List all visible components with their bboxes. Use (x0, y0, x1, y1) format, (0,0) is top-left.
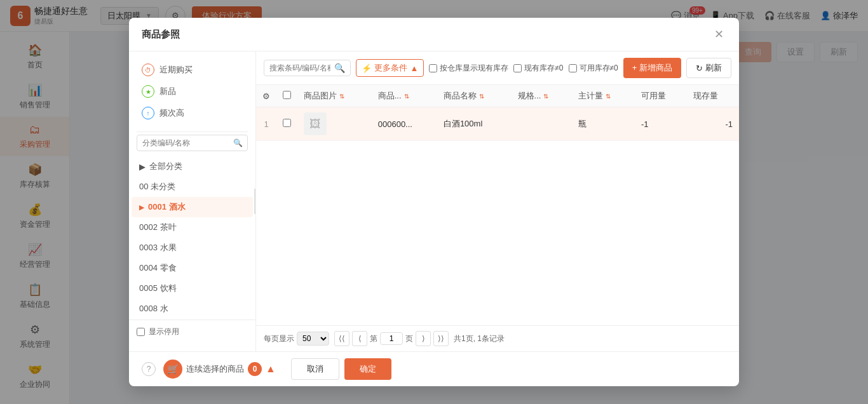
refresh-icon: ↻ (696, 64, 703, 73)
th-name: 商品名称 ⇅ (437, 85, 512, 107)
chevron-up-btn[interactable]: ▲ (266, 363, 276, 375)
modal-left-panel: ⏱ 近期购买 ★ 新品 ↑ 频次高 🔍 (129, 51, 256, 351)
new-icon: ★ (142, 85, 154, 98)
cat-6[interactable]: 0008 水 (132, 299, 253, 319)
th-spec: 规格... ⇅ (512, 85, 573, 107)
product-reference-modal: 商品参照 ✕ ⏱ 近期购买 ★ 新品 ↑ 频次高 (129, 18, 739, 386)
row-checkbox[interactable] (283, 119, 291, 127)
cell-image: 🖼 (297, 107, 372, 141)
sort-icon-3: ⇅ (479, 93, 484, 100)
th-image-label: 商品图片 (304, 90, 337, 102)
cat-1[interactable]: ▶ 0001 酒水 (132, 197, 253, 217)
th-code-label: 商品... (378, 90, 402, 102)
th-code: 商品... ⇅ (372, 85, 437, 107)
th-current: 现存量 (687, 85, 739, 107)
product-table-wrap: ⚙ 商品图片 ⇅ (256, 85, 739, 325)
cart-label: 连续选择的商品 (186, 363, 244, 375)
available-stock-checkbox[interactable] (513, 64, 522, 72)
modal-close-button[interactable]: ✕ (711, 27, 726, 42)
usable-stock-checkbox[interactable] (569, 64, 577, 72)
modal-body: ⏱ 近期购买 ★ 新品 ↑ 频次高 🔍 (129, 51, 739, 351)
cat-1-arrow: ▶ (139, 204, 144, 211)
quick-nav-frequent-label: 频次高 (159, 107, 184, 119)
modal-overlay: 商品参照 ✕ ⏱ 近期购买 ★ 新品 ↑ 频次高 (0, 0, 868, 404)
filter-label: 更多条件 (374, 62, 407, 74)
confirm-button[interactable]: 确定 (344, 358, 391, 380)
select-all-checkbox[interactable] (283, 91, 291, 99)
category-search: 🔍 (129, 135, 255, 151)
th-unit-label: 主计量 (578, 90, 603, 102)
cat-all[interactable]: ▶ 全部分类 (132, 156, 253, 177)
quick-nav-recent[interactable]: ⏱ 近期购买 (137, 59, 248, 81)
cancel-button[interactable]: 取消 (291, 358, 339, 380)
prev-page-btn[interactable]: ⟨ (352, 331, 367, 346)
category-search-input[interactable] (137, 135, 248, 151)
quick-nav: ⏱ 近期购买 ★ 新品 ↑ 频次高 (129, 59, 255, 124)
cat-3[interactable]: 0003 水果 (132, 238, 253, 258)
quick-nav-frequent[interactable]: ↑ 频次高 (137, 102, 248, 124)
th-name-label: 商品名称 (444, 90, 477, 102)
cat-4-label: 0004 零食 (139, 262, 177, 274)
product-table: ⚙ 商品图片 ⇅ (256, 85, 739, 141)
checkbox-filter-1[interactable]: 按仓库显示现有库存 (429, 63, 508, 74)
quick-nav-recent-label: 近期购买 (159, 64, 193, 76)
first-page-btn[interactable]: ⟨⟨ (334, 331, 349, 346)
cell-available: -1 (635, 107, 687, 141)
page-label: 第 (370, 333, 377, 344)
show-disabled-checkbox[interactable] (137, 328, 145, 336)
checkbox-filter-3[interactable]: 可用库存≠0 (569, 63, 618, 74)
frequent-icon: ↑ (142, 107, 154, 119)
last-page-btn[interactable]: ⟩⟩ (433, 331, 449, 346)
refresh-button[interactable]: ↻ 刷新 (686, 58, 731, 78)
th-unit-sort[interactable]: 主计量 ⇅ (578, 90, 628, 102)
th-name-sort[interactable]: 商品名称 ⇅ (444, 90, 505, 102)
sort-icon-4: ⇅ (543, 93, 548, 100)
more-filter-btn[interactable]: ⚡ 更多条件 ▲ (356, 59, 424, 77)
th-code-sort[interactable]: 商品... ⇅ (378, 90, 431, 102)
help-icon[interactable]: ? (142, 362, 156, 376)
cat-5[interactable]: 0005 饮料 (132, 278, 253, 299)
cat-2[interactable]: 0002 茶叶 (132, 217, 253, 238)
checkbox3-label: 可用库存≠0 (580, 63, 618, 74)
modal-pagination: 每页显示 50 100 200 ⟨⟨ ⟨ 第 页 ⟩ (256, 325, 739, 351)
cat-4[interactable]: 0004 零食 (132, 258, 253, 278)
per-page-dropdown[interactable]: 50 100 200 (297, 332, 329, 346)
sort-icon: ⇅ (339, 93, 344, 100)
cart-icon: 🛒 (163, 360, 182, 379)
page-input[interactable] (380, 332, 403, 345)
cell-current: -1 (687, 107, 739, 141)
cart-count-area: 🛒 连续选择的商品 0 ▲ (163, 360, 276, 379)
product-search-input[interactable] (269, 64, 330, 72)
quick-nav-new[interactable]: ★ 新品 (137, 81, 248, 102)
cat-2-label: 0002 茶叶 (139, 222, 177, 233)
modal-toolbar: 🔍 ⚡ 更多条件 ▲ 按仓库显示现有库存 现有库存≠0 (256, 51, 739, 85)
search-icon: 🔍 (334, 63, 345, 73)
cat-0[interactable]: 00 未分类 (132, 177, 253, 197)
cat-3-label: 0003 水果 (139, 242, 177, 253)
warehouse-stock-checkbox[interactable] (429, 64, 437, 72)
per-page-label: 每页显示 (264, 333, 294, 344)
cat-all-label: 全部分类 (149, 161, 182, 172)
cell-code: 000600... (372, 107, 437, 141)
th-image-sort[interactable]: 商品图片 ⇅ (304, 90, 365, 102)
th-available-label: 可用量 (641, 91, 666, 100)
category-search-icon: 🔍 (233, 138, 243, 147)
th-spec-sort[interactable]: 规格... ⇅ (518, 90, 566, 102)
checkbox-filter-2[interactable]: 现有库存≠0 (513, 63, 563, 74)
page-unit: 页 (405, 333, 413, 344)
settings-icon[interactable]: ⚙ (262, 91, 270, 101)
next-page-btn[interactable]: ⟩ (416, 331, 431, 346)
modal-footer: ? 🛒 连续选择的商品 0 ▲ 取消 确定 (129, 351, 739, 386)
page-summary: 共1页, 1条记录 (454, 333, 505, 344)
table-header: ⚙ 商品图片 ⇅ (256, 85, 739, 107)
checkbox1-label: 按仓库显示现有库存 (440, 63, 508, 74)
add-product-button[interactable]: + 新增商品 (623, 58, 681, 78)
modal-right-panel: 🔍 ⚡ 更多条件 ▲ 按仓库显示现有库存 现有库存≠0 (256, 51, 739, 351)
th-image: 商品图片 ⇅ (297, 85, 372, 107)
cat-all-arrow: ▶ (139, 162, 146, 172)
table-row[interactable]: 1 🖼 000600... (256, 107, 739, 141)
checkbox2-label: 现有库存≠0 (524, 63, 563, 74)
cell-unit: 瓶 (572, 107, 635, 141)
category-list: ▶ 全部分类 00 未分类 ▶ 0001 酒水 0002 茶叶 0003 水果 (129, 156, 255, 320)
th-spec-label: 规格... (518, 90, 541, 102)
